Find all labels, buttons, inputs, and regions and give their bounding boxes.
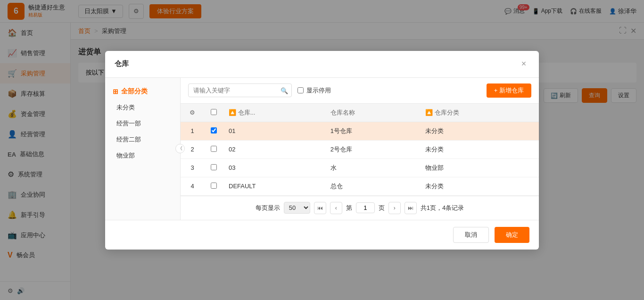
page-size-select[interactable]: 50 100 200 (284, 202, 310, 214)
row-name: 总仓 (325, 177, 420, 195)
all-category-item[interactable]: ⊞ 全部分类 (105, 83, 180, 100)
th-checkbox (204, 104, 223, 122)
modal-overlay: 仓库 × ⊞ 全部分类 未分类 经营一部 经营二部 (0, 0, 644, 300)
row-name: 水 (325, 158, 420, 177)
next-page-button[interactable]: › (388, 202, 401, 214)
table-row[interactable]: 4 DEFAULT 总仓 未分类 (181, 177, 539, 195)
grid-icon: ⊞ (113, 88, 118, 95)
show-disabled-checkbox-label[interactable]: 显示停用 (297, 86, 331, 95)
search-input[interactable] (188, 83, 292, 97)
row-code: DEFAULT (223, 177, 325, 195)
row-category: 未分类 (420, 122, 539, 140)
row-code: 02 (223, 140, 325, 158)
row-checkbox[interactable] (211, 164, 217, 170)
modal-category-sidebar: ⊞ 全部分类 未分类 经营一部 经营二部 物业部 《 (105, 78, 181, 220)
new-warehouse-button[interactable]: + 新增仓库 (487, 83, 531, 98)
last-page-button[interactable]: ⏭ (405, 202, 417, 214)
show-disabled-label: 显示停用 (306, 86, 331, 95)
th-category: 🔼 仓库分类 (420, 104, 539, 122)
search-input-wrap: 🔍 (188, 83, 292, 97)
modal-title: 仓库 (115, 59, 129, 68)
row-index: 4 (181, 177, 204, 195)
modal-toolbar: 🔍 显示停用 + 新增仓库 (181, 78, 539, 104)
show-disabled-checkbox[interactable] (297, 87, 304, 93)
page-label-text: 第 (346, 204, 352, 212)
row-category: 物业部 (420, 158, 539, 177)
page-suffix-label: 页 (379, 204, 385, 212)
cancel-button[interactable]: 取消 (453, 227, 489, 243)
search-icon[interactable]: 🔍 (281, 87, 288, 94)
table-body: 1 01 1号仓库 未分类 2 02 2号仓库 未分类 3 03 水 物业部 4 (181, 122, 539, 195)
row-checkbox[interactable] (211, 146, 217, 152)
confirm-button[interactable]: 确定 (495, 227, 529, 243)
warehouse-table: ⚙ 🔼 仓库... 仓库名称 (181, 104, 539, 196)
row-checkbox[interactable] (211, 127, 217, 133)
first-page-button[interactable]: ⏮ (314, 202, 326, 214)
page-number-input[interactable] (356, 202, 375, 213)
category-item-2[interactable]: 经营二部 (105, 132, 180, 148)
table-row[interactable]: 3 03 水 物业部 (181, 158, 539, 177)
modal-footer: 取消 确定 (105, 220, 539, 250)
modal-pagination: 每页显示 50 100 200 ⏮ ‹ 第 页 › ⏭ 共1页，4条记录 (181, 196, 539, 220)
table-row[interactable]: 2 02 2号仓库 未分类 (181, 140, 539, 158)
row-index: 3 (181, 158, 204, 177)
prev-page-button[interactable]: ‹ (330, 202, 342, 214)
row-code: 03 (223, 158, 325, 177)
row-name: 1号仓库 (325, 122, 420, 140)
row-category: 未分类 (420, 177, 539, 195)
warehouse-table-wrap: ⚙ 🔼 仓库... 仓库名称 (181, 104, 539, 196)
modal-header: 仓库 × (105, 51, 539, 78)
th-code: 🔼 仓库... (223, 104, 325, 122)
modal-main: 🔍 显示停用 + 新增仓库 ⚙ (181, 78, 539, 220)
all-category-label: 全部分类 (121, 87, 148, 96)
per-page-label: 每页显示 (256, 204, 280, 212)
th-gear: ⚙ (181, 104, 204, 122)
row-name: 2号仓库 (325, 140, 420, 158)
category-item-1[interactable]: 经营一部 (105, 116, 180, 132)
sidebar-collapse-button[interactable]: 《 (175, 144, 185, 153)
table-row[interactable]: 1 01 1号仓库 未分类 (181, 122, 539, 140)
select-all-checkbox[interactable] (211, 109, 217, 115)
modal-close-button[interactable]: × (518, 58, 529, 70)
row-code: 01 (223, 122, 325, 140)
row-index: 1 (181, 122, 204, 140)
table-header-row: ⚙ 🔼 仓库... 仓库名称 (181, 104, 539, 122)
category-item-3[interactable]: 物业部 (105, 148, 180, 164)
row-category: 未分类 (420, 140, 539, 158)
warehouse-modal: 仓库 × ⊞ 全部分类 未分类 经营一部 经营二部 (105, 51, 539, 250)
row-checkbox[interactable] (211, 183, 217, 189)
modal-body: ⊞ 全部分类 未分类 经营一部 经营二部 物业部 《 (105, 78, 539, 220)
category-item-0[interactable]: 未分类 (105, 100, 180, 116)
th-name: 仓库名称 (325, 104, 420, 122)
gear-icon: ⚙ (190, 109, 195, 116)
total-label: 共1页，4条记录 (421, 204, 464, 212)
